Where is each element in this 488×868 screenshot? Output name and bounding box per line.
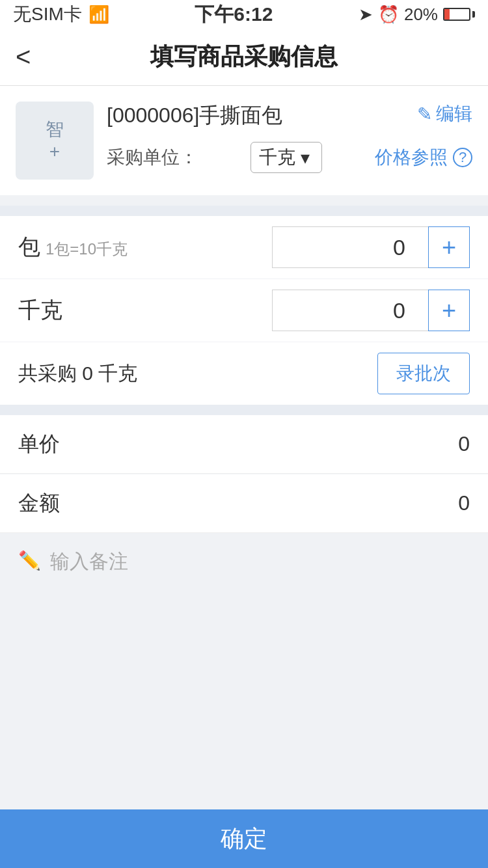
summary-text: 共采购 0 千克	[18, 360, 137, 387]
status-right: ➤ ⏰ 20%	[359, 5, 475, 25]
pencil-icon: ✏️	[18, 550, 41, 571]
wifi-icon: 📶	[88, 5, 109, 25]
product-name: [0000006]手撕面包	[107, 102, 417, 130]
alarm-icon: ⏰	[378, 5, 399, 25]
kg-quantity-input[interactable]	[272, 290, 428, 331]
unit-price-label: 单价	[18, 430, 458, 459]
amount-row: 金额 0	[0, 474, 488, 533]
battery-pct: 20%	[404, 5, 438, 25]
status-bar: 无SIM卡 📶 下午6:12 ➤ ⏰ 20%	[0, 0, 488, 29]
chevron-down-icon: ▾	[301, 147, 310, 169]
bag-sublabel: 1包=10千克	[46, 240, 128, 258]
status-left: 无SIM卡 📶	[13, 2, 109, 27]
price-ref-button[interactable]: 价格参照 ?	[375, 145, 472, 170]
product-card: 智 + [0000006]手撕面包 ✎ 编辑 采购单位： 千克 ▾ 价格参照 ?	[0, 86, 488, 195]
nav-bar: < 填写商品采购信息	[0, 29, 488, 86]
bag-plus-button[interactable]: +	[428, 226, 470, 268]
back-button[interactable]: <	[16, 42, 31, 72]
amount-value: 0	[458, 491, 470, 515]
unit-price-value: 0	[458, 432, 470, 456]
battery-indicator	[443, 8, 475, 21]
kg-input-row: 千克 +	[0, 279, 488, 342]
amount-section: 金额 0	[0, 474, 488, 533]
edit-icon: ✎	[417, 103, 432, 125]
bag-input-row: 包1包=10千克 +	[0, 216, 488, 278]
unit-value: 千克	[259, 145, 295, 170]
confirm-button[interactable]: 确定	[0, 809, 488, 868]
kg-label: 千克	[18, 295, 272, 325]
separator-2	[0, 405, 488, 415]
unit-price-row: 单价 0	[0, 415, 488, 474]
batch-button[interactable]: 录批次	[377, 353, 470, 394]
bag-qty-wrap: +	[272, 226, 470, 268]
bag-section: 包1包=10千克 +	[0, 216, 488, 278]
unit-select[interactable]: 千克 ▾	[251, 142, 322, 173]
remark-placeholder: 输入备注	[50, 549, 128, 575]
confirm-label: 确定	[221, 823, 267, 855]
carrier-label: 无SIM卡	[13, 2, 82, 27]
amount-label: 金额	[18, 489, 458, 518]
price-ref-question-icon: ?	[453, 148, 472, 167]
product-logo: 智 +	[46, 118, 64, 162]
bag-quantity-input[interactable]	[272, 226, 428, 268]
kg-section: 千克 +	[0, 279, 488, 342]
price-ref-label: 价格参照	[375, 145, 448, 170]
summary-row: 共采购 0 千克 录批次	[0, 342, 488, 405]
location-icon: ➤	[359, 5, 373, 25]
page-title: 填写商品采购信息	[150, 41, 338, 73]
kg-qty-wrap: +	[272, 290, 470, 331]
unit-price-section: 单价 0	[0, 415, 488, 474]
edit-label: 编辑	[436, 102, 472, 126]
separator-1	[0, 206, 488, 216]
product-thumbnail: 智 +	[16, 102, 94, 180]
kg-plus-button[interactable]: +	[428, 290, 470, 331]
bag-label: 包1包=10千克	[18, 232, 272, 262]
product-info: [0000006]手撕面包 ✎ 编辑 采购单位： 千克 ▾ 价格参照 ?	[107, 102, 472, 173]
edit-button[interactable]: ✎ 编辑	[417, 102, 472, 126]
unit-label: 采购单位：	[107, 145, 198, 170]
remark-area[interactable]: ✏️ 输入备注	[0, 533, 488, 611]
status-time: 下午6:12	[195, 1, 273, 28]
